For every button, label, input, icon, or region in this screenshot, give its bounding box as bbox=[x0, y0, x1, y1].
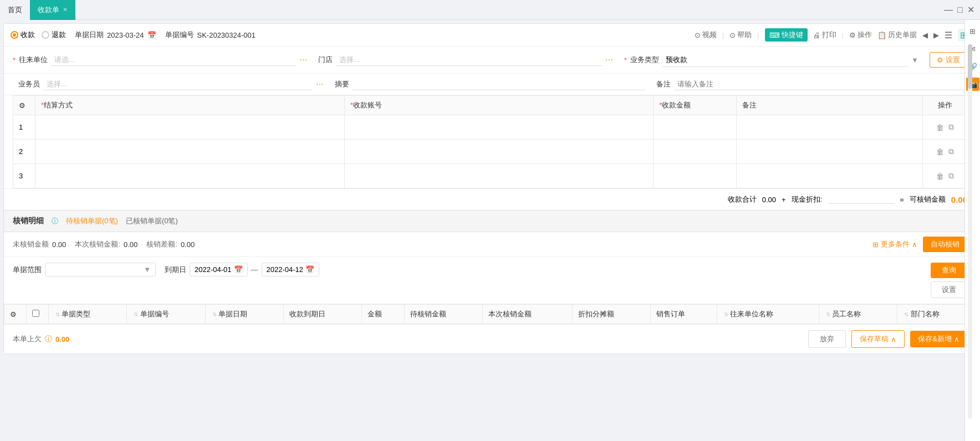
scrollbar-thumb[interactable] bbox=[968, 44, 972, 89]
due-date-end-value[interactable]: 2022-04-12 bbox=[267, 265, 304, 274]
window-close-btn[interactable]: ✕ bbox=[967, 4, 974, 15]
filter-right-actions: ⊞ 更多条件 ∧ 自动核销 bbox=[872, 237, 967, 252]
auto-write-off-btn[interactable]: 自动核销 bbox=[923, 237, 967, 252]
remark-input[interactable] bbox=[674, 78, 967, 90]
row-1-account[interactable] bbox=[344, 115, 654, 140]
col-remark: 备注 bbox=[737, 96, 923, 115]
completed-tab[interactable]: 已核销单据(0笔) bbox=[126, 216, 178, 226]
sidebar-table-icon[interactable]: ⊞ bbox=[966, 24, 979, 38]
nav-right-icon[interactable]: ▶ bbox=[933, 31, 939, 39]
tab-receipt[interactable]: 收款单 ✕ bbox=[30, 0, 75, 20]
list-view-icon[interactable]: ☰ bbox=[945, 30, 952, 40]
video-btn[interactable]: ⊙ 视频 bbox=[695, 30, 717, 40]
row-3-settlement[interactable] bbox=[35, 164, 345, 188]
col-due-date-label: 收款到期日 bbox=[289, 310, 325, 318]
row-2-copy-icon[interactable]: ⧉ bbox=[948, 147, 954, 156]
start-calendar-icon[interactable]: 📅 bbox=[234, 265, 243, 274]
business-type-value[interactable]: 预收款 bbox=[662, 53, 908, 67]
row-1-delete-icon[interactable]: 🗑 bbox=[936, 123, 944, 132]
maximize-btn[interactable]: □ bbox=[957, 5, 963, 15]
row-3-amount[interactable] bbox=[654, 164, 737, 188]
end-calendar-icon[interactable]: 📅 bbox=[305, 265, 314, 274]
radio-receipt[interactable]: 收款 bbox=[11, 30, 35, 40]
row-1-remark[interactable] bbox=[737, 115, 923, 140]
summary-field: 摘要 bbox=[335, 78, 646, 90]
summary-input[interactable] bbox=[353, 78, 646, 90]
range-select[interactable]: ▼ bbox=[45, 263, 156, 276]
tab-close-icon[interactable]: ✕ bbox=[63, 6, 68, 13]
save-new-label: 保存&新增 bbox=[918, 334, 952, 344]
counterpart-more-btn[interactable]: ··· bbox=[300, 55, 307, 64]
number-value[interactable]: SK-20230324-001 bbox=[197, 31, 256, 39]
tab-home[interactable]: 首页 bbox=[0, 0, 30, 20]
store-more-btn[interactable]: ··· bbox=[605, 55, 612, 64]
footer: 本单上欠 ⓘ 0.00 放弃 保存草稿 ∧ 保存&新增 ∧ bbox=[4, 324, 976, 353]
row-3-account[interactable] bbox=[344, 164, 654, 188]
store-input[interactable] bbox=[336, 54, 602, 66]
row-1-copy-icon[interactable]: ⧉ bbox=[948, 122, 954, 132]
nav-left-icon[interactable]: ◀ bbox=[922, 31, 928, 39]
save-draft-btn[interactable]: 保存草稿 ∧ bbox=[851, 330, 905, 348]
query-btn[interactable]: 查询 bbox=[931, 263, 967, 278]
row-2-delete-icon[interactable]: 🗑 bbox=[936, 147, 944, 156]
row-3-delete-icon[interactable]: 🗑 bbox=[936, 172, 944, 181]
cash-discount-input[interactable] bbox=[828, 195, 894, 204]
row-3-copy-icon[interactable]: ⧉ bbox=[948, 171, 954, 181]
filter-icon: ⊞ bbox=[872, 240, 879, 249]
draft-arrow-icon: ∧ bbox=[891, 335, 896, 343]
write-off-info-icon[interactable]: ⓘ bbox=[52, 217, 58, 226]
staff-input[interactable] bbox=[43, 78, 313, 90]
form-row-1: * 往来单位 ··· 门店 ··· * 业务类型 预收款 ▼ ⚙ 设置 bbox=[4, 47, 976, 74]
select-all-checkbox[interactable] bbox=[32, 310, 39, 317]
write-off-filter-bar: 未核销金额 0.00 本次核销金额: 0.00 核销差额: 0.00 ⊞ 更多条… bbox=[4, 232, 976, 257]
row-3-remark[interactable] bbox=[737, 164, 923, 188]
table-gear-header[interactable]: ⚙ bbox=[13, 96, 35, 115]
shortcut-icon: ⌨ bbox=[769, 31, 780, 39]
filter-settings-btn[interactable]: 设置 bbox=[931, 281, 967, 298]
col-pending-amount: 待核销金额 bbox=[405, 305, 483, 324]
row-2-account[interactable] bbox=[344, 140, 654, 164]
uncanceled-value: 0.00 bbox=[52, 240, 66, 249]
footer-info-icon[interactable]: ⓘ bbox=[45, 334, 52, 344]
calendar-icon[interactable]: 📅 bbox=[147, 31, 156, 39]
bottom-gear-header[interactable]: ⚙ bbox=[4, 305, 27, 324]
more-filter-btn[interactable]: ⊞ 更多条件 ∧ bbox=[872, 239, 917, 249]
row-2-remark[interactable] bbox=[737, 140, 923, 164]
bottom-table-section: ⚙ ⇅ 单据类型 ⇅ 单据编号 ⇅ 单据日期 bbox=[4, 304, 976, 324]
row-2-amount[interactable] bbox=[654, 140, 737, 164]
staff-more-btn[interactable]: ··· bbox=[316, 80, 323, 89]
filter-action-btns: 查询 设置 bbox=[931, 263, 967, 298]
row-1-settlement[interactable] bbox=[35, 115, 345, 140]
number-label: 单据编号 bbox=[165, 30, 194, 40]
row-2-settlement[interactable] bbox=[35, 140, 345, 164]
minimize-btn[interactable]: — bbox=[944, 5, 953, 15]
shortcut-btn[interactable]: ⌨ 快捷键 bbox=[765, 28, 808, 42]
col-counterpart-name-label: 往来单位名称 bbox=[730, 310, 773, 318]
filter-arrow-icon: ∧ bbox=[912, 240, 917, 249]
business-type-arrow[interactable]: ▼ bbox=[911, 56, 918, 64]
row-3-action: 🗑 ⧉ bbox=[923, 164, 967, 188]
abandon-btn[interactable]: 放弃 bbox=[808, 330, 846, 348]
row-1-amount[interactable] bbox=[654, 115, 737, 140]
checkbox-header[interactable] bbox=[27, 305, 49, 324]
help-btn[interactable]: ⊙ 帮助 bbox=[729, 30, 752, 40]
filter-row: 单据范围 ▼ 到期日 2022-04-01 📅 — 2022-04-1 bbox=[13, 263, 922, 276]
operation-btn[interactable]: ⚙ 操作 bbox=[849, 30, 872, 40]
history-btn[interactable]: 📋 历史单据 bbox=[877, 30, 917, 40]
gear-icon: ⚙ bbox=[19, 101, 25, 110]
operation-icon: ⚙ bbox=[849, 31, 856, 39]
save-new-btn[interactable]: 保存&新增 ∧ bbox=[910, 331, 967, 347]
top-toolbar: 收款 退款 单据日期 2023-03-24 📅 单据编号 SK-20230324… bbox=[4, 24, 976, 47]
print-btn[interactable]: 🖨 打印 bbox=[813, 30, 836, 40]
pending-tab[interactable]: 待核销单据(0笔) bbox=[66, 216, 118, 226]
due-date-start-value[interactable]: 2022-04-01 bbox=[195, 265, 232, 274]
due-date-start: 2022-04-01 📅 bbox=[190, 263, 248, 276]
current-stat: 本次核销金额: 0.00 bbox=[75, 239, 137, 249]
date-value[interactable]: 2023-03-24 bbox=[107, 31, 144, 39]
counterpart-input[interactable] bbox=[51, 54, 297, 66]
settings-btn[interactable]: ⚙ 设置 bbox=[930, 52, 967, 68]
diff-label: 核销差额: bbox=[146, 239, 177, 249]
store-field: 门店 ··· bbox=[318, 54, 612, 66]
radio-refund-dot bbox=[42, 31, 49, 39]
radio-refund[interactable]: 退款 bbox=[42, 30, 66, 40]
